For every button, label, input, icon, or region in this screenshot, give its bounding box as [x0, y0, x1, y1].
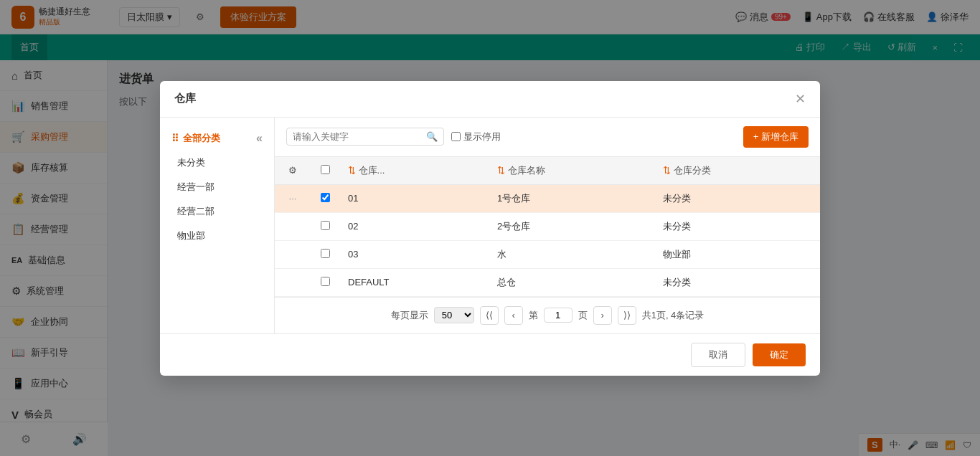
more-icon[interactable]: ···: [289, 193, 297, 204]
col-check: [311, 157, 339, 185]
row-checkbox[interactable]: [321, 277, 330, 286]
row-action-cell: [275, 240, 311, 268]
sort-icon: ⇅: [348, 165, 356, 176]
last-page-button[interactable]: ⟩⟩: [618, 306, 636, 325]
add-warehouse-button[interactable]: + 新增仓库: [743, 126, 809, 148]
sort-icon-cat: ⇅: [663, 165, 671, 176]
row-code-cell: 01: [339, 184, 489, 212]
grid-icon: ⠿: [171, 133, 179, 144]
modal-title: 仓库: [174, 92, 196, 105]
modal-backdrop: 仓库 ✕ ⠿ 全部分类 « 未分类 经营一部 经营二部: [0, 0, 980, 456]
row-name-cell: 总仓: [489, 268, 654, 296]
confirm-button[interactable]: 确定: [753, 343, 806, 366]
row-name-cell: 水: [489, 240, 654, 268]
first-page-button[interactable]: ⟨⟨: [480, 306, 499, 325]
page-chapter-label: 第: [529, 309, 538, 322]
category-item-unclassified[interactable]: 未分类: [160, 151, 274, 175]
col-category: ⇅ 仓库分类: [654, 157, 820, 185]
category-all-label: 全部分类: [183, 132, 220, 145]
page-label: 页: [578, 309, 588, 322]
prev-page-button[interactable]: ‹: [504, 306, 523, 325]
category-panel: ⠿ 全部分类 « 未分类 经营一部 经营二部 物业部: [160, 118, 275, 333]
category-item-property[interactable]: 物业部: [160, 224, 274, 248]
row-name-cell: 1号仓库: [489, 184, 654, 212]
select-all-checkbox[interactable]: [321, 165, 330, 174]
show-disabled-checkbox[interactable]: [451, 132, 461, 141]
sort-icon-name: ⇅: [497, 165, 505, 176]
table-row[interactable]: ··· 01 1号仓库 未分类: [275, 184, 820, 212]
category-item-dept2[interactable]: 经营二部: [160, 199, 274, 224]
row-checkbox[interactable]: [321, 193, 330, 202]
category-item-dept1[interactable]: 经营一部: [160, 175, 274, 199]
category-all[interactable]: ⠿ 全部分类 «: [160, 126, 274, 151]
row-category-cell: 物业部: [654, 240, 820, 268]
table-panel: 🔍 显示停用 + 新增仓库 ⚙: [275, 118, 820, 333]
row-code-cell: DEFAULT: [339, 268, 489, 296]
col-code: ⇅ 仓库...: [339, 157, 489, 185]
page-number-input[interactable]: [544, 308, 573, 323]
row-check-cell: [311, 212, 339, 240]
collapse-button[interactable]: «: [256, 132, 263, 145]
row-check-cell: [311, 240, 339, 268]
table-row[interactable]: 02 2号仓库 未分类: [275, 212, 820, 240]
search-input[interactable]: [293, 131, 422, 142]
row-action-cell: ···: [275, 184, 311, 212]
col-name: ⇅ 仓库名称: [489, 157, 654, 185]
row-action-cell: [275, 268, 311, 296]
col-gear: ⚙: [275, 157, 311, 185]
row-code-cell: 03: [339, 240, 489, 268]
table-toolbar: 🔍 显示停用 + 新增仓库: [275, 118, 820, 157]
close-button[interactable]: ✕: [795, 91, 806, 107]
table-row[interactable]: 03 水 物业部: [275, 240, 820, 268]
modal-body: ⠿ 全部分类 « 未分类 经营一部 经营二部 物业部: [160, 118, 820, 333]
total-label: 共1页, 4条记录: [642, 309, 705, 322]
warehouse-modal: 仓库 ✕ ⠿ 全部分类 « 未分类 经营一部 经营二部: [160, 81, 820, 376]
row-check-cell: [311, 268, 339, 296]
modal-footer: 取消 确定: [160, 333, 820, 376]
data-table: ⚙ ⇅ 仓库... ⇅ 仓库名称: [275, 157, 820, 297]
row-category-cell: 未分类: [654, 268, 820, 296]
cancel-button[interactable]: 取消: [691, 343, 745, 367]
page-size-label: 每页显示: [391, 309, 428, 322]
row-check-cell: [311, 184, 339, 212]
row-code-cell: 02: [339, 212, 489, 240]
table-row[interactable]: DEFAULT 总仓 未分类: [275, 268, 820, 296]
row-name-cell: 2号仓库: [489, 212, 654, 240]
page-size-select[interactable]: 50 10 20 100: [434, 307, 474, 323]
search-wrap: 🔍: [286, 128, 444, 146]
row-action-cell: [275, 212, 311, 240]
row-checkbox[interactable]: [321, 221, 330, 230]
row-category-cell: 未分类: [654, 184, 820, 212]
row-category-cell: 未分类: [654, 212, 820, 240]
next-page-button[interactable]: ›: [593, 306, 612, 325]
pagination-bar: 每页显示 50 10 20 100 ⟨⟨ ‹ 第 页 › ⟩⟩ 共1页, 4条记…: [275, 297, 820, 333]
search-icon[interactable]: 🔍: [426, 131, 438, 142]
show-disabled-label[interactable]: 显示停用: [451, 130, 501, 143]
row-checkbox[interactable]: [321, 249, 330, 258]
warehouse-table: ⚙ ⇅ 仓库... ⇅ 仓库名称: [275, 157, 820, 297]
modal-header: 仓库 ✕: [160, 81, 820, 118]
